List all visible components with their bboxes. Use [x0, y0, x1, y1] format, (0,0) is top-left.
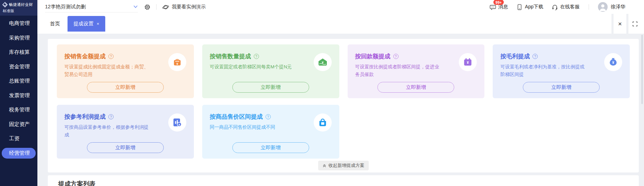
account-select-value: 12李艳芬测试勿删	[45, 3, 86, 10]
online-support-label: 在线客服	[560, 4, 580, 10]
online-support-button[interactable]: 在线客服	[552, 4, 580, 10]
sidebar-item-label: 采购管理	[9, 35, 30, 41]
gross-profit-bag-icon: ¥	[604, 53, 622, 71]
sidebar-item-label: 资金管理	[9, 64, 30, 70]
content-area: 按销售金额提成 ? 可设置提成比例或固定提成金额；商贸、贸易公司适用 ¥ 立即新…	[37, 34, 644, 186]
commission-card: 按销售数量提成 ? 可设置固定或者阶梯区间每卖M个提N元 ¥ 立即新增	[202, 44, 339, 98]
brand-name: 畅捷通好业财	[9, 2, 33, 7]
demo-link-label: 我要看实例演示	[172, 4, 206, 10]
sidebar: 畅捷通好业财 标准版 电商管理 采购管理 库存核算 资金管理 总账管理 发票管理…	[0, 0, 37, 186]
tab-home-label: 首页	[50, 20, 60, 27]
vertical-scrollbar[interactable]	[641, 35, 643, 104]
add-now-button[interactable]: 立即新增	[523, 82, 600, 93]
account-select[interactable]: 12李艳芬测试勿删	[45, 2, 138, 12]
commission-card: 按销售金额提成 ? 可设置提成比例或固定提成金额；商贸、贸易公司适用 ¥ 立即新…	[57, 44, 194, 98]
commission-card: 按回款额提成 ? 可设置按比例提或者阶梯区间提，促进业务员催款 ¥ 立即新增	[348, 44, 485, 98]
sidebar-item[interactable]: 总账管理	[0, 74, 37, 88]
svg-text:¥: ¥	[467, 61, 469, 65]
tab-bar: 首页 提成设置 × ×	[37, 14, 644, 34]
help-icon[interactable]: ?	[266, 114, 271, 119]
card-title: 按商品售价区间提成	[210, 113, 263, 121]
collapse-label: 收起新增提成方案	[329, 162, 365, 169]
topbar: 12李艳芬测试勿删 我要看实例演示 99+	[37, 0, 644, 14]
card-description: 可设置固定或者阶梯区间每卖M个提N元	[210, 63, 297, 71]
username: 徐泽华	[611, 4, 625, 10]
card-description: 同一商品不同售价区间提成不同	[210, 124, 297, 131]
demo-globe-icon	[162, 3, 169, 11]
sidebar-menu: 电商管理 采购管理 库存核算 资金管理 总账管理 发票管理 税务管理 固定资产 …	[0, 16, 37, 186]
demo-link[interactable]: 我要看实例演示	[162, 3, 206, 11]
scheme-list-panel: 提成方案列表	[48, 175, 639, 186]
commission-schemes-panel: 按销售金额提成 ? 可设置提成比例或固定提成金额；商贸、贸易公司适用 ¥ 立即新…	[48, 39, 639, 172]
sidebar-item[interactable]: 工资	[0, 132, 37, 146]
sidebar-item-label: 发票管理	[9, 92, 30, 99]
help-icon[interactable]: ?	[254, 54, 259, 59]
svg-text:¥: ¥	[176, 62, 178, 66]
sidebar-item-label: 库存核算	[9, 49, 30, 56]
tab-home[interactable]: 首页	[45, 16, 65, 32]
tab-commission-settings[interactable]: 提成设置 ×	[68, 16, 105, 32]
help-icon[interactable]: ?	[533, 54, 538, 59]
add-now-button[interactable]: 立即新增	[232, 142, 309, 153]
sales-quantity-house-icon: ¥	[314, 53, 332, 71]
messages-button[interactable]: 99+ 消息	[490, 4, 508, 10]
card-title: 按销售数量提成	[210, 52, 251, 60]
add-now-button[interactable]: 立即新增	[87, 142, 164, 153]
add-now-button[interactable]: 立即新增	[377, 82, 454, 93]
help-icon[interactable]: ?	[108, 114, 114, 119]
sidebar-item-label: 总账管理	[9, 78, 30, 84]
sidebar-item[interactable]: 库存核算	[0, 45, 37, 60]
collapse-schemes-button[interactable]: 收起新增提成方案	[318, 161, 369, 170]
settings-gear-button[interactable]	[144, 4, 151, 10]
card-title: 按参考利润提成	[64, 113, 106, 121]
help-icon[interactable]: ?	[108, 54, 114, 59]
chevron-down-icon	[133, 5, 138, 8]
double-chevron-up-icon	[322, 163, 327, 168]
card-description: 可设置按比例提或者阶梯区间提，促进业务员催款	[355, 63, 442, 78]
svg-text:¥: ¥	[178, 123, 180, 126]
svg-text:¥: ¥	[322, 60, 324, 64]
sidebar-item[interactable]: 发票管理	[0, 88, 37, 103]
svg-text:¥: ¥	[612, 61, 614, 65]
divider	[156, 4, 156, 10]
commission-card: 按毛利提成 ? 可设置毛利或者净利为基准，按比例提或阶梯区间提 ¥ 立即新增	[493, 44, 630, 98]
close-page-button[interactable]: ×	[614, 14, 626, 34]
edition-label: 标准版	[2, 8, 35, 14]
add-now-button[interactable]: 立即新增	[87, 82, 164, 93]
card-description: 可设置提成比例或固定提成金额；商贸、贸易公司适用	[64, 63, 152, 78]
sidebar-item-label: 工资	[9, 135, 19, 142]
avatar	[598, 2, 608, 12]
commission-cards-grid: 按销售金额提成 ? 可设置提成比例或固定提成金额；商贸、贸易公司适用 ¥ 立即新…	[57, 44, 630, 159]
phone-icon	[516, 4, 523, 10]
app-download-label: App下载	[525, 4, 543, 10]
sidebar-item-label: 经营管理	[9, 150, 30, 157]
sidebar-item-label: 电商管理	[9, 20, 30, 27]
fullscreen-button[interactable]	[628, 14, 641, 34]
sidebar-item[interactable]: 固定资产	[0, 117, 37, 132]
sidebar-item[interactable]: 采购管理	[0, 31, 37, 45]
card-title: 按回款额提成	[355, 52, 391, 60]
sidebar-item[interactable]: 税务管理	[0, 103, 37, 117]
help-icon[interactable]: ?	[393, 54, 399, 59]
sidebar-item[interactable]: 电商管理	[0, 16, 37, 31]
app-download-button[interactable]: App下载	[516, 4, 543, 10]
headset-icon	[552, 4, 558, 10]
card-description: 可设置毛利或者净利为基准，按比例提或阶梯区间提	[500, 63, 588, 78]
money-box-icon: ¥	[168, 53, 186, 71]
sidebar-item[interactable]: 资金管理	[0, 60, 37, 74]
receivable-calendar-icon: ¥	[459, 53, 477, 71]
brand-logo: 畅捷通好业财 标准版	[0, 0, 37, 16]
commission-card: 按参考利润提成 ? 可按商品设置参考单价，根据参考利润提成 ¥ 立即新增	[57, 105, 194, 159]
sidebar-item-label: 固定资产	[9, 121, 30, 128]
add-now-button[interactable]: 立即新增	[232, 82, 309, 93]
sidebar-item[interactable]: 经营管理	[0, 146, 37, 161]
fullscreen-icon	[632, 21, 638, 27]
brand-logo-icon	[2, 2, 8, 8]
card-title: 按毛利提成	[500, 52, 530, 60]
tab-close-icon[interactable]: ×	[97, 21, 99, 26]
messages-badge: 99+	[493, 0, 504, 5]
card-title: 按销售金额提成	[64, 52, 106, 60]
user-menu[interactable]: 徐泽华	[598, 2, 625, 12]
scheme-list-title: 提成方案列表	[58, 180, 639, 186]
divider	[641, 14, 644, 34]
